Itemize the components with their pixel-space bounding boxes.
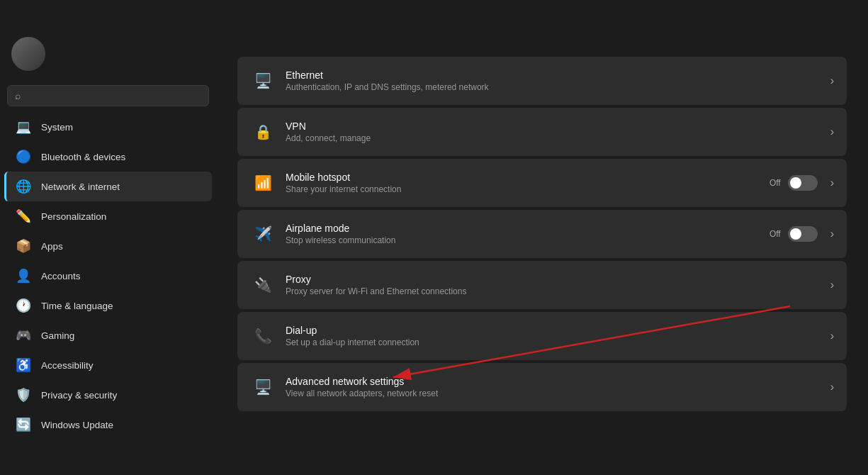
sidebar-item-time[interactable]: 🕐Time & language (4, 291, 212, 320)
personalization-icon: ✏️ (16, 208, 31, 224)
sidebar-label-accessibility: Accessibility (41, 360, 94, 371)
ethernet-subtitle: Authentication, IP and DNS settings, met… (286, 82, 825, 92)
maximize-button[interactable] (803, 0, 835, 28)
advanced-network-title: Advanced network settings (286, 376, 825, 387)
accessibility-icon: ♿ (16, 357, 31, 373)
network-icon: 🌐 (16, 179, 31, 194)
sidebar-item-windows-update[interactable]: 🔄Windows Update (4, 410, 212, 440)
close-button[interactable] (835, 0, 868, 28)
advanced-network-chevron: › (830, 381, 834, 393)
settings-item-dial-up[interactable]: 📞Dial-upSet up a dial-up internet connec… (237, 312, 847, 360)
airplane-mode-right: Off› (770, 226, 834, 242)
search-icon: ⌕ (15, 90, 21, 101)
mobile-hotspot-title: Mobile hotspot (286, 172, 770, 183)
vpn-icon: 🔒 (250, 119, 276, 145)
sidebar-item-accounts[interactable]: 👤Accounts (4, 261, 212, 291)
mobile-hotspot-toggle[interactable] (788, 175, 818, 191)
sidebar-item-bluetooth[interactable]: 🔵Bluetooth & devices (4, 142, 212, 172)
airplane-mode-chevron: › (830, 228, 834, 240)
advanced-network-right: › (825, 381, 834, 393)
gaming-icon: 🎮 (16, 328, 31, 343)
settings-item-vpn[interactable]: 🔒VPNAdd, connect, manage› (237, 108, 847, 156)
content-wrapper: 🖥️EthernetAuthentication, IP and DNS set… (237, 57, 847, 411)
sidebar-label-privacy: Privacy & security (41, 390, 117, 401)
main-content: 🖥️EthernetAuthentication, IP and DNS set… (216, 28, 868, 475)
bluetooth-icon: 🔵 (16, 149, 31, 164)
settings-item-proxy[interactable]: 🔌ProxyProxy server for Wi-Fi and Etherne… (237, 261, 847, 309)
ethernet-icon: 🖥️ (250, 68, 276, 94)
ethernet-text: EthernetAuthentication, IP and DNS setti… (286, 69, 825, 92)
sidebar-label-apps: Apps (41, 241, 63, 252)
proxy-icon: 🔌 (250, 272, 276, 298)
airplane-mode-title: Airplane mode (286, 223, 770, 234)
sidebar-label-system: System (41, 122, 73, 133)
sidebar-item-network[interactable]: 🌐Network & internet (4, 172, 212, 201)
sidebar-item-personalization[interactable]: ✏️Personalization (4, 201, 212, 231)
titlebar (0, 0, 868, 28)
settings-item-airplane-mode[interactable]: ✈️Airplane modeStop wireless communicati… (237, 210, 847, 258)
ethernet-right: › (825, 74, 834, 87)
time-icon: 🕐 (16, 298, 31, 313)
sidebar-label-gaming: Gaming (41, 330, 74, 341)
sidebar-label-windows-update: Windows Update (41, 420, 113, 430)
vpn-text: VPNAdd, connect, manage (286, 121, 825, 143)
sidebar-item-accessibility[interactable]: ♿Accessibility (4, 350, 212, 380)
back-button[interactable] (9, 0, 41, 28)
mobile-hotspot-toggle-label: Off (770, 178, 781, 188)
privacy-icon: 🛡️ (16, 387, 31, 403)
sidebar-label-bluetooth: Bluetooth & devices (41, 152, 125, 162)
search-box[interactable]: ⌕ (7, 85, 209, 106)
vpn-title: VPN (286, 121, 825, 132)
sidebar-item-system[interactable]: 💻System (4, 112, 212, 142)
airplane-mode-text: Airplane modeStop wireless communication (286, 223, 770, 245)
settings-item-ethernet[interactable]: 🖥️EthernetAuthentication, IP and DNS set… (237, 57, 847, 105)
system-icon: 💻 (16, 119, 31, 135)
dial-up-text: Dial-upSet up a dial-up internet connect… (286, 325, 825, 347)
mobile-hotspot-chevron: › (830, 177, 834, 189)
sidebar-label-accounts: Accounts (41, 271, 81, 281)
settings-item-advanced-network[interactable]: 🖥️Advanced network settingsView all netw… (237, 363, 847, 411)
mobile-hotspot-subtitle: Share your internet connection (286, 184, 770, 194)
mobile-hotspot-icon: 📶 (250, 170, 276, 196)
dial-up-subtitle: Set up a dial-up internet connection (286, 337, 825, 347)
vpn-chevron: › (830, 125, 834, 138)
ethernet-chevron: › (830, 74, 834, 87)
settings-list: 🖥️EthernetAuthentication, IP and DNS set… (237, 57, 847, 411)
sidebar-item-gaming[interactable]: 🎮Gaming (4, 320, 212, 350)
mobile-hotspot-right: Off› (770, 175, 834, 191)
proxy-chevron: › (830, 279, 834, 291)
titlebar-controls (770, 0, 868, 28)
airplane-mode-subtitle: Stop wireless communication (286, 235, 770, 245)
sidebar: ⌕ 💻System🔵Bluetooth & devices🌐Network & … (0, 28, 216, 475)
minimize-button[interactable] (770, 0, 803, 28)
mobile-hotspot-text: Mobile hotspotShare your internet connec… (286, 172, 770, 194)
app-body: ⌕ 💻System🔵Bluetooth & devices🌐Network & … (0, 28, 868, 475)
advanced-network-subtitle: View all network adapters, network reset (286, 389, 825, 398)
sidebar-label-personalization: Personalization (41, 211, 106, 222)
apps-icon: 📦 (16, 238, 31, 254)
vpn-subtitle: Add, connect, manage (286, 133, 825, 143)
sidebar-item-apps[interactable]: 📦Apps (4, 231, 212, 261)
airplane-mode-toggle[interactable] (788, 226, 818, 242)
airplane-mode-icon: ✈️ (250, 221, 276, 247)
vpn-right: › (825, 125, 834, 138)
sidebar-label-time: Time & language (41, 301, 113, 311)
sidebar-user-area (0, 28, 216, 79)
search-input[interactable] (26, 91, 201, 101)
ethernet-title: Ethernet (286, 69, 825, 81)
proxy-subtitle: Proxy server for Wi-Fi and Ethernet conn… (286, 286, 825, 296)
proxy-right: › (825, 279, 834, 291)
dial-up-title: Dial-up (286, 325, 825, 336)
sidebar-label-network: Network & internet (41, 181, 120, 192)
dial-up-chevron: › (830, 330, 834, 342)
dial-up-icon: 📞 (250, 323, 276, 349)
sidebar-item-privacy[interactable]: 🛡️Privacy & security (4, 380, 212, 410)
windows-update-icon: 🔄 (16, 417, 31, 432)
airplane-mode-toggle-label: Off (770, 229, 781, 239)
dial-up-right: › (825, 330, 834, 342)
accounts-icon: 👤 (16, 268, 31, 284)
avatar (11, 37, 45, 71)
advanced-network-icon: 🖥️ (250, 374, 276, 400)
settings-item-mobile-hotspot[interactable]: 📶Mobile hotspotShare your internet conne… (237, 159, 847, 207)
proxy-title: Proxy (286, 274, 825, 285)
